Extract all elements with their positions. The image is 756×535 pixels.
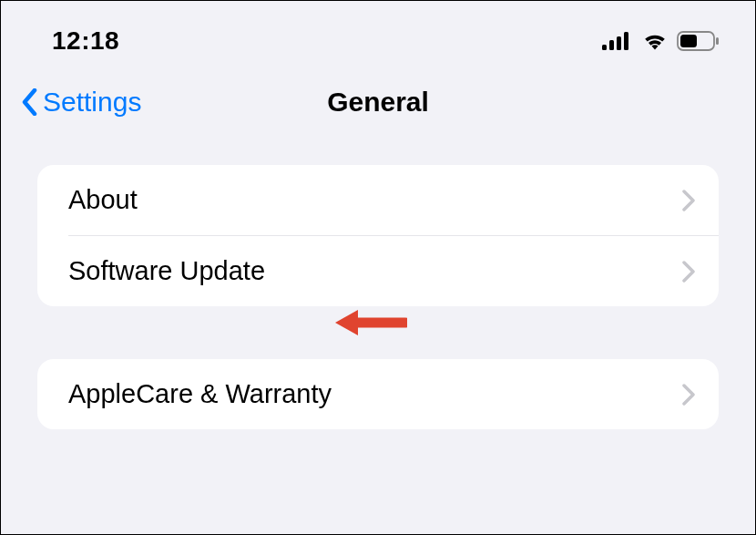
svg-rect-6 [716, 37, 719, 45]
nav-bar: Settings General [1, 74, 755, 147]
row-about[interactable]: About [37, 165, 719, 235]
wifi-icon [642, 32, 668, 50]
page-title: General [327, 87, 429, 118]
row-applecare-warranty[interactable]: AppleCare & Warranty [37, 359, 719, 429]
chevron-right-icon [682, 384, 695, 406]
chevron-left-icon [21, 88, 39, 116]
back-button[interactable]: Settings [21, 87, 141, 118]
back-label: Settings [43, 87, 141, 118]
row-label: AppleCare & Warranty [68, 379, 332, 409]
svg-rect-2 [617, 36, 621, 50]
svg-rect-5 [680, 35, 697, 47]
svg-rect-3 [624, 32, 628, 50]
row-label: Software Update [68, 256, 265, 286]
status-icons [602, 31, 719, 51]
settings-group: About Software Update [37, 165, 719, 306]
svg-rect-1 [609, 40, 614, 50]
cellular-signal-icon [602, 32, 633, 50]
chevron-right-icon [682, 190, 695, 211]
content: About Software Update AppleCare & Warran… [1, 147, 755, 429]
status-time: 12:18 [52, 26, 119, 56]
chevron-right-icon [682, 261, 695, 283]
status-bar: 12:18 [1, 1, 755, 74]
battery-icon [677, 31, 719, 51]
row-software-update[interactable]: Software Update [68, 235, 719, 306]
row-label: About [68, 185, 138, 215]
svg-rect-0 [602, 45, 607, 50]
settings-group: AppleCare & Warranty [37, 359, 719, 429]
